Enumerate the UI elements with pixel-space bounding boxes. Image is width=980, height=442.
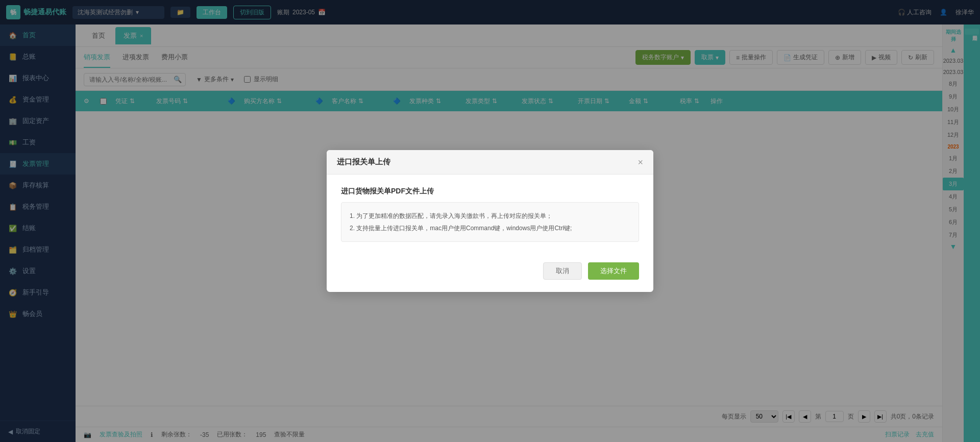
import-modal: 进口报关单上传 × 进口货物报关单PDF文件上传 1. 为了更加精准的数据匹配，… <box>327 150 653 292</box>
modal-close-btn[interactable]: × <box>638 158 643 167</box>
modal-header: 进口报关单上传 × <box>327 150 653 175</box>
modal-info-line-2: 2. 支持批量上传进口报关单，mac用户使用Command键，windows用户… <box>350 222 630 234</box>
modal-select-file-btn[interactable]: 选择文件 <box>588 262 639 280</box>
modal-info-box: 1. 为了更加精准的数据匹配，请先录入海关缴款书，再上传对应的报关单； 2. 支… <box>341 202 639 242</box>
modal-overlay[interactable]: 进口报关单上传 × 进口货物报关单PDF文件上传 1. 为了更加精准的数据匹配，… <box>0 0 980 442</box>
modal-body: 进口货物报关单PDF文件上传 1. 为了更加精准的数据匹配，请先录入海关缴款书，… <box>327 175 653 254</box>
modal-section-title: 进口货物报关单PDF文件上传 <box>341 187 639 196</box>
modal-cancel-btn[interactable]: 取消 <box>543 262 582 280</box>
modal-title: 进口报关单上传 <box>337 157 390 167</box>
modal-info-line-1: 1. 为了更加精准的数据匹配，请先录入海关缴款书，再上传对应的报关单； <box>350 210 630 222</box>
modal-footer: 取消 选择文件 <box>327 254 653 292</box>
